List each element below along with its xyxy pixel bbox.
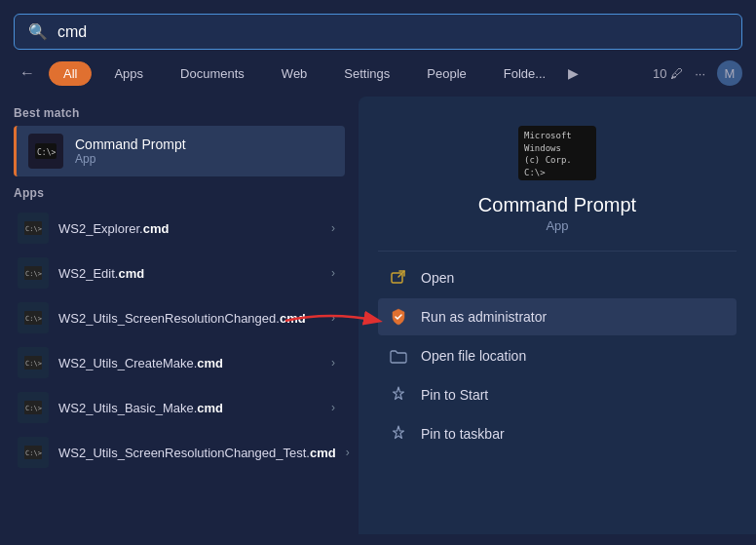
action-pin-to-start-label: Pin to Start — [421, 387, 488, 403]
cmd-preview-text: Microsoft Windows (c) Corp. C:\> — [524, 130, 590, 178]
filter-people[interactable]: People — [412, 61, 480, 86]
svg-text:C:\>: C:\> — [37, 148, 56, 157]
app-name: WS2_Utils_ScreenResolutionChanged_Test.c… — [58, 446, 336, 460]
action-open[interactable]: Open — [378, 259, 737, 296]
filter-apps[interactable]: Apps — [99, 61, 158, 86]
filter-settings[interactable]: Settings — [329, 61, 404, 86]
chevron-right-icon: › — [331, 221, 335, 235]
shield-icon — [388, 306, 409, 328]
svg-text:C:\>: C:\> — [25, 405, 42, 412]
chevron-right-icon: › — [331, 356, 335, 370]
app-name: WS2_Explorer.cmd — [58, 221, 321, 236]
left-panel: Best match C:\> Command Prompt App Apps … — [0, 97, 359, 534]
main-content: Best match C:\> Command Prompt App Apps … — [0, 97, 756, 534]
app-name: WS2_Edit.cmd — [58, 266, 321, 281]
best-match-label: Best match — [14, 106, 359, 120]
svg-text:C:\>: C:\> — [25, 449, 42, 457]
action-run-as-admin-label: Run as administrator — [421, 309, 547, 325]
filter-web[interactable]: Web — [267, 61, 322, 86]
action-pin-to-taskbar-label: Pin to taskbar — [421, 426, 505, 442]
list-item[interactable]: C:\> WS2_Explorer.cmd › — [14, 206, 345, 251]
more-button[interactable]: ··· — [695, 66, 705, 81]
filter-documents[interactable]: Documents — [166, 61, 259, 86]
pin-start-icon — [388, 384, 409, 406]
best-match-text: Command Prompt App — [75, 136, 186, 166]
svg-text:C:\>: C:\> — [25, 225, 42, 233]
filter-right-controls: 10 🖊 ··· M — [653, 60, 742, 86]
list-item[interactable]: C:\> WS2_Edit.cmd › — [14, 251, 345, 295]
svg-text:C:\>: C:\> — [25, 360, 42, 368]
action-open-file-location-label: Open file location — [421, 348, 526, 364]
list-item[interactable]: C:\> WS2_Utils_ScreenResolutionChanged_T… — [14, 430, 345, 475]
back-button[interactable]: ← — [14, 59, 41, 87]
action-pin-to-taskbar[interactable]: Pin to taskbar — [378, 415, 737, 452]
apps-section-label: Apps — [14, 186, 359, 200]
best-match-icon: C:\> — [28, 134, 63, 169]
filter-all[interactable]: All — [49, 61, 92, 86]
chevron-right-icon: › — [331, 311, 335, 325]
app-name: WS2_Utils_CreateMake.cmd — [58, 356, 321, 370]
action-open-label: Open — [421, 270, 454, 286]
action-list: Open Run as administrator Open file — [378, 259, 737, 452]
app-icon: C:\> — [18, 437, 49, 468]
right-panel: Microsoft Windows (c) Corp. C:\> Command… — [359, 97, 756, 534]
app-name: WS2_Utils_ScreenResolutionChanged.cmd — [58, 311, 321, 326]
app-icon: C:\> — [18, 257, 49, 289]
action-run-as-admin[interactable]: Run as administrator — [378, 298, 737, 335]
chevron-right-icon: › — [331, 401, 335, 414]
search-icon: 🔍 — [28, 22, 48, 41]
app-icon: C:\> — [18, 347, 49, 378]
detail-app-title: Command Prompt — [478, 194, 636, 216]
best-match-title: Command Prompt — [75, 136, 186, 152]
chevron-right-icon: › — [331, 266, 335, 280]
pin-taskbar-icon — [388, 423, 409, 445]
chevron-right-icon: › — [346, 446, 350, 459]
user-avatar[interactable]: M — [717, 60, 742, 86]
folder-icon — [388, 345, 409, 367]
app-icon: C:\> — [18, 213, 49, 244]
detail-app-type: App — [546, 218, 568, 233]
app-preview-image: Microsoft Windows (c) Corp. C:\> — [518, 126, 596, 180]
app-name: WS2_Utils_Basic_Make.cmd — [58, 401, 321, 415]
play-icon[interactable]: ▶ — [568, 65, 579, 81]
app-icon: C:\> — [18, 392, 49, 423]
best-match-item[interactable]: C:\> Command Prompt App — [14, 126, 345, 176]
app-icon: C:\> — [18, 302, 49, 333]
search-input[interactable] — [57, 23, 728, 41]
action-open-file-location[interactable]: Open file location — [378, 337, 737, 374]
list-item[interactable]: C:\> WS2_Utils_CreateMake.cmd › — [14, 340, 345, 385]
best-match-subtitle: App — [75, 152, 186, 166]
search-bar: 🔍 — [14, 14, 742, 50]
list-item[interactable]: C:\> WS2_Utils_ScreenResolutionChanged.c… — [14, 295, 345, 340]
list-item[interactable]: C:\> WS2_Utils_Basic_Make.cmd › — [14, 385, 345, 430]
action-pin-to-start[interactable]: Pin to Start — [378, 376, 737, 413]
divider — [378, 251, 737, 252]
result-count: 10 🖊 — [653, 66, 683, 81]
apps-section: Apps C:\> WS2_Explorer.cmd › C:\> WS2_Ed… — [14, 186, 359, 475]
svg-text:C:\>: C:\> — [25, 270, 42, 278]
open-icon — [388, 267, 409, 289]
filter-folders[interactable]: Folde... — [489, 61, 560, 86]
svg-text:C:\>: C:\> — [25, 315, 42, 323]
filter-bar: ← All Apps Documents Web Settings People… — [0, 59, 756, 97]
